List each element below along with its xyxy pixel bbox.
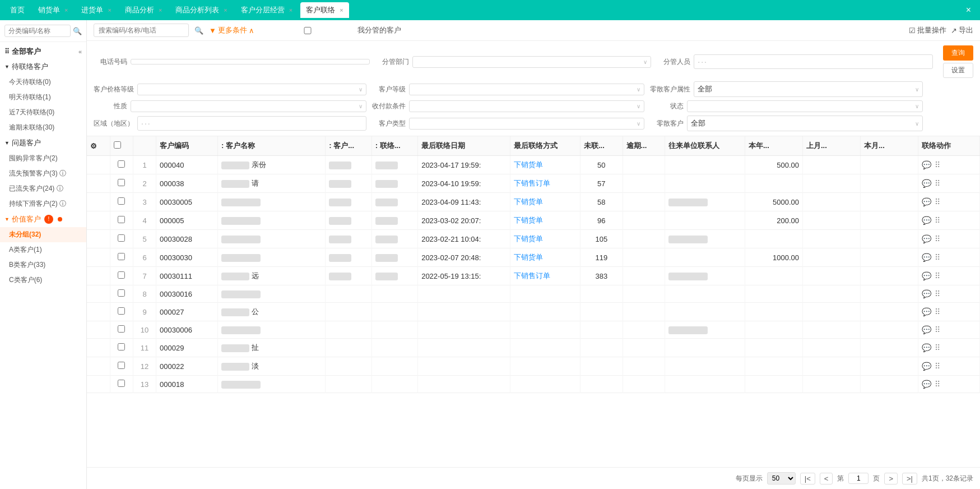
th-overdue[interactable]: 逾期... (623, 136, 665, 156)
sidebar-search-icon[interactable]: 🔍 (73, 27, 82, 35)
query-button[interactable]: 查询 (943, 45, 973, 61)
td-name-1[interactable]: 请 (218, 174, 326, 193)
collapse-button[interactable]: « (78, 48, 82, 55)
row-checkbox-11[interactable] (118, 362, 125, 369)
tab-sales[interactable]: 销货单 × (32, 2, 73, 18)
chat-icon-6[interactable]: 💬 (922, 271, 931, 280)
td-last-method-8[interactable] (510, 303, 580, 321)
chat-icon-1[interactable]: 💬 (922, 179, 931, 188)
sidebar-item-abnormal[interactable]: 囤购异常客户(2) (0, 151, 86, 166)
tab-customer-contact[interactable]: 客户联络 × (300, 2, 349, 18)
td-last-method-2[interactable]: 下销货单 (510, 193, 580, 211)
chat-icon-5[interactable]: 💬 (922, 253, 931, 262)
sidebar-item-overdue-pending[interactable]: 逾期未联络(30) (0, 120, 86, 135)
my-customers-filter[interactable]: 我分管的客户 (260, 25, 401, 35)
more-icon-8[interactable]: ⠿ (935, 307, 940, 316)
sidebar-item-churned[interactable]: 已流失客户(24) ⓘ (0, 181, 86, 196)
retail-attr-dropdown[interactable]: 全部∨ (694, 81, 923, 97)
td-last-method-7[interactable] (510, 285, 580, 303)
row-checkbox-9[interactable] (118, 325, 125, 333)
tab-product-analysis-list[interactable]: 商品分析列表 × (170, 2, 233, 18)
sidebar-search-input[interactable] (4, 25, 71, 37)
more-icon-7[interactable]: ⠿ (935, 289, 940, 298)
td-last-method-10[interactable] (510, 339, 580, 357)
th-this-month[interactable]: 本月... (860, 136, 918, 156)
row-checkbox-2[interactable] (118, 197, 125, 205)
td-name-3[interactable] (218, 211, 326, 230)
chat-icon-12[interactable]: 💬 (922, 380, 931, 389)
close-customer-contact-tab[interactable]: × (340, 7, 343, 13)
contact-method-link-4[interactable]: 下销货单 (514, 234, 543, 243)
chat-icon-9[interactable]: 💬 (922, 325, 931, 334)
phone-input[interactable] (131, 59, 370, 64)
row-checkbox-7[interactable] (118, 289, 125, 297)
row-checkbox-3[interactable] (118, 216, 125, 223)
person-input[interactable]: ··· (694, 54, 933, 69)
prev-page-btn[interactable]: < (820, 473, 833, 485)
td-name-8[interactable]: 公 (218, 303, 326, 321)
contact-method-link-1[interactable]: 下销售订单 (514, 179, 550, 187)
sidebar-item-c-class[interactable]: C类客户(6) (0, 273, 86, 288)
td-checkbox-9[interactable] (110, 321, 133, 339)
td-last-method-11[interactable] (510, 357, 580, 376)
td-checkbox-1[interactable] (110, 174, 133, 193)
sidebar-item-b-class[interactable]: B类客户(33) (0, 257, 86, 273)
more-icon-3[interactable]: ⠿ (935, 216, 940, 225)
chat-icon-11[interactable]: 💬 (922, 362, 931, 371)
contact-method-link-2[interactable]: 下销货单 (514, 197, 543, 206)
sidebar-group-problem[interactable]: ▼ 问题客户 (0, 135, 86, 151)
sidebar-item-7day-pending[interactable]: 近7天待联络(0) (0, 105, 86, 120)
td-name-7[interactable] (218, 285, 326, 303)
td-checkbox-3[interactable] (110, 211, 133, 230)
sidebar-item-tomorrow-pending[interactable]: 明天待联络(1) (0, 90, 86, 105)
contact-method-link-0[interactable]: 下销货单 (514, 160, 543, 169)
tab-home[interactable]: 首页 (4, 2, 30, 18)
th-checkbox[interactable] (110, 136, 133, 156)
close-purchase-tab[interactable]: × (108, 7, 111, 13)
td-name-12[interactable] (218, 376, 326, 393)
more-icon-0[interactable]: ⠿ (935, 160, 940, 169)
more-icon-12[interactable]: ⠿ (935, 380, 940, 389)
close-customer-layer-tab[interactable]: × (289, 7, 292, 13)
td-last-method-6[interactable]: 下销售订单 (510, 267, 580, 285)
cust-type-dropdown[interactable]: ∨ (409, 118, 645, 130)
td-last-method-1[interactable]: 下销售订单 (510, 174, 580, 193)
tab-customer-layer[interactable]: 客户分层经营 × (235, 2, 298, 18)
th-contact[interactable]: : 联络... (371, 136, 417, 156)
td-name-5[interactable] (218, 248, 326, 267)
tab-purchase[interactable]: 进货单 × (76, 2, 117, 18)
all-customers-header[interactable]: ⠿ 全部客户 « (0, 42, 86, 59)
td-checkbox-12[interactable] (110, 376, 133, 393)
td-last-method-0[interactable]: 下销货单 (510, 156, 580, 174)
th-this-year[interactable]: 本年... (745, 136, 802, 156)
more-icon-1[interactable]: ⠿ (935, 179, 940, 188)
filter-search-icon[interactable]: 🔍 (194, 26, 203, 35)
more-conditions-btn[interactable]: ▼ 更多条件 ∧ (209, 25, 254, 35)
td-checkbox-7[interactable] (110, 285, 133, 303)
more-icon-11[interactable]: ⠿ (935, 362, 940, 371)
td-name-11[interactable]: 淡 (218, 357, 326, 376)
td-name-2[interactable] (218, 193, 326, 211)
th-settings[interactable]: ⚙ (87, 136, 110, 156)
last-page-btn[interactable]: >| (902, 473, 917, 485)
th-last-contact-method[interactable]: 最后联络方式 (510, 136, 580, 156)
status-dropdown[interactable]: ∨ (687, 100, 923, 112)
row-checkbox-4[interactable] (118, 234, 125, 242)
contact-method-link-3[interactable]: 下销货单 (514, 216, 543, 224)
row-checkbox-8[interactable] (118, 307, 125, 315)
td-checkbox-0[interactable] (110, 156, 133, 174)
contact-method-link-5[interactable]: 下销货单 (514, 253, 543, 261)
contact-method-link-6[interactable]: 下销售订单 (514, 271, 550, 280)
chat-icon-4[interactable]: 💬 (922, 234, 931, 243)
td-name-10[interactable]: 扯 (218, 339, 326, 357)
td-last-method-9[interactable] (510, 321, 580, 339)
th-customer-name[interactable]: : 客户名称 (218, 136, 326, 156)
td-name-9[interactable] (218, 321, 326, 339)
th-last-month[interactable]: 上月... (802, 136, 860, 156)
retail-dropdown[interactable]: 全部∨ (687, 116, 923, 131)
row-checkbox-1[interactable] (118, 179, 125, 186)
row-checkbox-12[interactable] (118, 380, 125, 387)
chat-icon-10[interactable]: 💬 (922, 343, 931, 352)
close-sales-tab[interactable]: × (64, 7, 68, 13)
td-last-method-4[interactable]: 下销货单 (510, 230, 580, 248)
